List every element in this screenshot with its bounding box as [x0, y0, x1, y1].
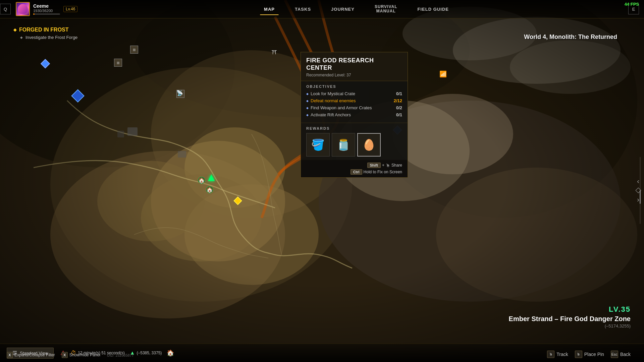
- share-key-badge: Shift: [367, 163, 381, 168]
- player-xp: 1930/36200: [33, 9, 60, 13]
- objective-text-1: Look for Mystical Crate: [306, 91, 386, 96]
- location-name: Ember Strand – Fire God Danger Zone: [509, 315, 631, 323]
- fix-label: Hold to Fix on Screen: [364, 170, 402, 174]
- home-status: 🏠: [167, 349, 174, 357]
- popup-objectives-title: OBJECTIVES: [306, 84, 402, 88]
- nav-btn-survival-manual[interactable]: SURVIVALMANUAL: [365, 2, 408, 16]
- nav-btn-tasks[interactable]: TASKS: [285, 4, 321, 14]
- player-position-marker: [208, 174, 215, 181]
- back-key-icon: Esc: [611, 351, 618, 358]
- nav-left-key-label: Q: [4, 7, 7, 12]
- share-plus: +: [382, 163, 384, 168]
- objective-count-1: 0/1: [389, 91, 402, 96]
- quest-panel: FORGED IN FROST Investigate the Frost Fo…: [13, 27, 77, 40]
- nav-left-key[interactable]: Q: [0, 4, 11, 14]
- objective-row-4: Activate Rift Anchors 0/1: [306, 112, 402, 117]
- svg-point-10: [184, 184, 319, 285]
- expand-filter-btn[interactable]: X Expand/Collapse Filter: [7, 352, 55, 358]
- share-mouse-icon: 🖱: [386, 163, 390, 168]
- player-info: Ceeme 1930/36200: [33, 3, 60, 15]
- rewards-grid: 🪣 🫙 🥚: [306, 133, 402, 157]
- avatar-inner: [18, 4, 28, 14]
- right-sidebar: ‹ ›: [632, 18, 644, 362]
- map-marker-home-1: 🏠: [198, 177, 205, 184]
- nav-btn-map[interactable]: MAP: [254, 4, 285, 14]
- show-hide-panel-label: Show/Hide Panel: [69, 353, 100, 357]
- player-level: Lv.46: [63, 6, 77, 12]
- popup-rewards-section: REWARDS 🪣 🫙 🥚: [301, 123, 408, 160]
- track-label: Track: [556, 352, 568, 357]
- reward-item-1[interactable]: 🪣: [306, 133, 330, 157]
- nav-btn-field-guide[interactable]: FIELD GUIDE: [408, 4, 459, 14]
- nav-right-key-label: E: [632, 7, 635, 12]
- svg-rect-18: [178, 151, 186, 158]
- popup-share-row: Shift + 🖱 Share: [306, 163, 402, 168]
- objective-text-4: Activate Rift Anchors: [306, 112, 386, 117]
- place-pin-button[interactable]: 🖱 Place Pin: [575, 351, 604, 358]
- place-pin-mouse-icon: 🖱: [575, 351, 582, 358]
- home-icon: 🏠: [167, 349, 174, 357]
- scroll-down-arrow[interactable]: ›: [637, 196, 639, 203]
- top-navigation-bar: Q Ceeme 1930/36200 Lv.46 MAP TASKS JOURN…: [0, 0, 644, 18]
- back-button[interactable]: Esc Back: [611, 351, 631, 358]
- location-popup-card: FIRE GOD RESEARCHCENTER Recommended Leve…: [301, 52, 408, 178]
- quest-title: FORGED IN FROST: [13, 27, 77, 33]
- objective-row-2: Defeat normal enemies 2/12: [306, 98, 402, 103]
- reward-item-3[interactable]: 🥚: [357, 133, 381, 157]
- xp-bar-fill: [33, 13, 35, 15]
- bottom-action-buttons: 🖱 Track 🖱 Place Pin Esc Back: [547, 351, 631, 358]
- show-hide-panel-btn[interactable]: X Show/Hide Panel: [62, 352, 100, 358]
- scroll-up-arrow[interactable]: ‹: [637, 177, 639, 185]
- map-marker-tower-2: 📶: [439, 70, 447, 78]
- uid-display: UID: 152565877: [107, 353, 134, 357]
- player-section: Ceeme 1930/36200 Lv.46: [11, 2, 85, 16]
- fix-key-badge: Ctrl: [351, 169, 362, 175]
- location-info-panel: LV.35 Ember Strand – Fire God Danger Zon…: [509, 305, 631, 328]
- popup-header: FIRE GOD RESEARCHCENTER Recommended Leve…: [301, 52, 408, 81]
- share-label: Share: [391, 163, 402, 168]
- objective-text-3: Find Weapon and Armor Crates: [306, 105, 386, 110]
- popup-location-name: FIRE GOD RESEARCHCENTER: [306, 57, 402, 71]
- popup-fix-row: Ctrl Hold to Fix on Screen: [306, 169, 402, 175]
- map-marker-tower: 📡: [176, 90, 183, 96]
- track-button[interactable]: 🖱 Track: [547, 351, 568, 358]
- world-label: World 4, Monolith: The Returned: [524, 34, 617, 41]
- reward-item-2[interactable]: 🫙: [332, 133, 355, 157]
- reward-icon-2: 🫙: [337, 138, 350, 151]
- objective-row-1: Look for Mystical Crate 0/1: [306, 91, 402, 96]
- svg-point-15: [392, 94, 513, 174]
- map-marker-fire-god-center: ⛩: [272, 50, 277, 56]
- svg-point-20: [510, 40, 631, 94]
- fps-counter: 44 FPS: [625, 2, 639, 7]
- objective-row-3: Find Weapon and Armor Crates 0/2: [306, 105, 402, 110]
- expand-filter-key: X: [7, 352, 13, 358]
- reward-icon-3: 🥚: [362, 138, 376, 151]
- track-mouse-icon: 🖱: [547, 351, 554, 358]
- navigation-buttons: MAP TASKS JOURNEY SURVIVALMANUAL FIELD G…: [85, 2, 628, 16]
- nav-coords-status: ▲ (–5385, 3375): [130, 350, 162, 356]
- xp-bar-container: [33, 13, 60, 15]
- popup-rewards-title: REWARDS: [306, 126, 402, 130]
- svg-rect-16: [127, 127, 138, 136]
- location-coords: (–5174,3255): [509, 323, 631, 328]
- objective-count-2: 2/12: [389, 98, 402, 103]
- svg-point-13: [436, 168, 637, 302]
- place-pin-label: Place Pin: [584, 352, 604, 357]
- popup-actions: Shift + 🖱 Share Ctrl Hold to Fix on Scre…: [301, 160, 408, 177]
- player-name: Ceeme: [33, 3, 60, 9]
- popup-objectives-section: OBJECTIVES Look for Mystical Crate 0/1 D…: [301, 81, 408, 123]
- player-avatar: [16, 2, 30, 16]
- quest-subtitle: Investigate the Frost Forge: [13, 35, 77, 40]
- objective-count-3: 0/2: [389, 105, 402, 110]
- popup-rec-level: Recommended Level: 37: [306, 73, 402, 77]
- map-scroll-thumb: [640, 190, 641, 204]
- back-label: Back: [620, 352, 631, 357]
- filter-panel: X Expand/Collapse Filter X Show/Hide Pan…: [7, 352, 134, 358]
- show-hide-panel-key: X: [62, 352, 68, 358]
- map-marker-building-2: ⊞: [114, 59, 122, 67]
- map-marker-home-2: 🏠: [206, 186, 213, 193]
- expand-filter-label: Expand/Collapse Filter: [14, 353, 55, 357]
- nav-btn-journey[interactable]: JOURNEY: [321, 4, 365, 14]
- location-level: LV.35: [509, 305, 631, 314]
- svg-rect-17: [117, 131, 124, 137]
